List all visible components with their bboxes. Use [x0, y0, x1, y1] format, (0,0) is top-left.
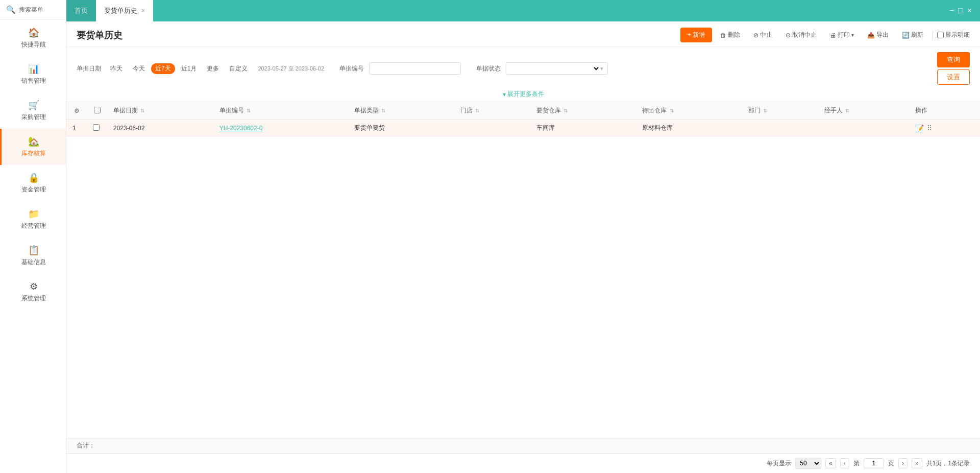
- date-filter-buttons: 昨天 今天 近7天 近1月 更多 自定义: [106, 63, 252, 74]
- cell-department: [742, 120, 818, 137]
- chart-icon: 📊: [28, 63, 39, 75]
- suspend-button[interactable]: ⊘ 中止: [748, 28, 777, 42]
- sidebar-item-finance[interactable]: 🔒 资金管理: [0, 165, 66, 201]
- tab-home-label: 首页: [75, 6, 88, 15]
- page-number-input[interactable]: [864, 458, 884, 468]
- th-handler[interactable]: 经手人 ⇅: [818, 102, 909, 120]
- th-req-warehouse[interactable]: 要货仓库 ⇅: [530, 102, 636, 120]
- date-filter-label: 单据日期: [77, 64, 101, 73]
- sidebar-item-basic[interactable]: 📋 基础信息: [0, 238, 66, 274]
- chevron-down-icon: ▾: [503, 91, 506, 98]
- home-icon: 🏠: [28, 27, 39, 38]
- bill-no-input[interactable]: [369, 62, 461, 75]
- export-button[interactable]: 📤 导出: [862, 28, 894, 42]
- date-btn-custom[interactable]: 自定义: [225, 63, 252, 74]
- goto-label: 第: [853, 459, 860, 468]
- select-all-checkbox[interactable]: [94, 107, 101, 113]
- sidebar-search-label: 搜索菜单: [19, 6, 43, 14]
- th-date[interactable]: 单据日期 ⇅: [107, 102, 213, 120]
- filter-bar: 单据日期 昨天 今天 近7天 近1月 更多 自定义 2023-05-27 至 2…: [66, 47, 980, 102]
- th-department[interactable]: 部门 ⇅: [742, 102, 818, 120]
- gear-icon: ⚙: [30, 281, 38, 292]
- th-store[interactable]: 门店 ⇅: [454, 102, 530, 120]
- sidebar-item-label: 销售管理: [21, 77, 46, 85]
- th-pending-warehouse[interactable]: 待出仓库 ⇅: [636, 102, 742, 120]
- refresh-button[interactable]: 🔄 刷新: [897, 28, 928, 42]
- date-btn-more[interactable]: 更多: [203, 63, 223, 74]
- sidebar-item-label: 基础信息: [21, 258, 46, 267]
- edit-icon[interactable]: 📝: [915, 124, 924, 132]
- filter-row: 单据日期 昨天 今天 近7天 近1月 更多 自定义 2023-05-27 至 2…: [77, 52, 970, 85]
- cell-no: 1: [66, 120, 87, 137]
- date-btn-7days[interactable]: 近7天: [151, 63, 175, 74]
- th-bill-type[interactable]: 单据类型 ⇅: [348, 102, 454, 120]
- cell-action: 📝 ⠿: [909, 120, 980, 137]
- total-info: 共1页，1条记录: [926, 459, 970, 468]
- more-icon[interactable]: ⠿: [927, 124, 932, 132]
- status-label: 单据状态: [476, 64, 501, 73]
- chevron-down-icon: ▾: [600, 65, 603, 72]
- sort-date-icon: ⇅: [140, 108, 144, 113]
- delete-button[interactable]: 🗑 删除: [715, 28, 745, 42]
- print-button[interactable]: 🖨 打印 ▾: [825, 28, 859, 42]
- status-select-wrap[interactable]: ▾: [506, 62, 608, 75]
- sidebar-search[interactable]: 🔍 搜索菜单: [0, 0, 66, 20]
- cell-handler: [818, 120, 909, 137]
- sidebar-item-inventory[interactable]: 🏡 库存核算: [0, 129, 66, 165]
- cancel-suspend-button[interactable]: ⊙ 取消中止: [780, 28, 822, 42]
- sidebar-item-sales[interactable]: 📊 销售管理: [0, 56, 66, 92]
- toolbar-divider: [933, 31, 933, 40]
- cell-bill-no[interactable]: YH-20230602-0: [213, 120, 348, 137]
- sidebar-item-purchase[interactable]: 🛒 采购管理: [0, 92, 66, 129]
- summary-label: 合计：: [77, 442, 95, 449]
- sidebar-item-label: 采购管理: [21, 113, 46, 122]
- expand-filter-button[interactable]: ▾ 展开更多条件: [503, 90, 544, 99]
- folder-icon: 📁: [28, 208, 39, 220]
- first-page-button[interactable]: «: [825, 458, 836, 468]
- cancel-suspend-label: 取消中止: [792, 31, 817, 39]
- row-checkbox[interactable]: [93, 124, 100, 131]
- page-label: 页: [888, 459, 894, 468]
- sidebar: 🔍 搜索菜单 🏠 快捷导航 📊 销售管理 🛒 采购管理 🏡 库存核算 🔒 资金管…: [0, 0, 66, 473]
- sort-handler-icon: ⇅: [845, 108, 849, 113]
- date-btn-today[interactable]: 今天: [129, 63, 149, 74]
- status-select[interactable]: [510, 64, 600, 73]
- close-window-icon[interactable]: ×: [967, 6, 972, 15]
- tab-home[interactable]: 首页: [66, 0, 96, 21]
- date-btn-yesterday[interactable]: 昨天: [106, 63, 127, 74]
- maximize-icon[interactable]: □: [958, 6, 963, 15]
- display-detail-label: 显示明细: [945, 31, 970, 39]
- new-button[interactable]: + 新增: [680, 28, 712, 42]
- sidebar-item-operations[interactable]: 📁 经营管理: [0, 201, 66, 238]
- tab-close-icon[interactable]: ×: [141, 7, 145, 14]
- print-chevron-icon: ▾: [851, 32, 854, 38]
- search-icon: 🔍: [6, 5, 16, 14]
- main-area: 首页 要货单历史 × − □ × 要货单历史 + 新增 🗑 删除 ⊘ 中: [66, 0, 980, 473]
- table-header-row: ⚙ 单据日期 ⇅ 单据编号 ⇅ 单据类型 ⇅ 门店 ⇅ 要货仓库 ⇅ 待出仓库 …: [66, 102, 980, 120]
- cell-checkbox[interactable]: [87, 120, 107, 137]
- tab-requisition-history[interactable]: 要货单历史 ×: [96, 0, 153, 21]
- sidebar-item-quick-nav[interactable]: 🏠 快捷导航: [0, 20, 66, 56]
- th-checkbox[interactable]: [87, 102, 107, 120]
- th-settings[interactable]: ⚙: [66, 102, 87, 120]
- date-btn-1month[interactable]: 近1月: [177, 63, 201, 74]
- last-page-button[interactable]: »: [912, 458, 922, 468]
- display-detail-button[interactable]: 显示明细: [937, 31, 970, 39]
- sidebar-item-label: 系统管理: [21, 294, 46, 303]
- prev-page-button[interactable]: ‹: [840, 458, 849, 468]
- sidebar-item-system[interactable]: ⚙ 系统管理: [0, 274, 66, 310]
- cell-bill-type: 要货单要货: [348, 120, 454, 137]
- print-icon: 🖨: [830, 32, 836, 39]
- display-detail-checkbox[interactable]: [937, 32, 944, 38]
- table-container: ⚙ 单据日期 ⇅ 单据编号 ⇅ 单据类型 ⇅ 门店 ⇅ 要货仓库 ⇅ 待出仓库 …: [66, 102, 980, 438]
- query-button[interactable]: 查询: [937, 52, 970, 67]
- minimize-icon[interactable]: −: [949, 6, 954, 15]
- next-page-button[interactable]: ›: [898, 458, 908, 468]
- cart-icon: 🛒: [28, 100, 39, 111]
- th-bill-no[interactable]: 单据编号 ⇅: [213, 102, 348, 120]
- cancel-suspend-icon: ⊙: [786, 32, 791, 39]
- page-size-label: 每页显示: [767, 459, 791, 468]
- settings-button[interactable]: 设置: [937, 69, 970, 85]
- sidebar-item-label: 资金管理: [21, 185, 46, 194]
- page-size-select[interactable]: 10 20 50 100: [795, 458, 821, 469]
